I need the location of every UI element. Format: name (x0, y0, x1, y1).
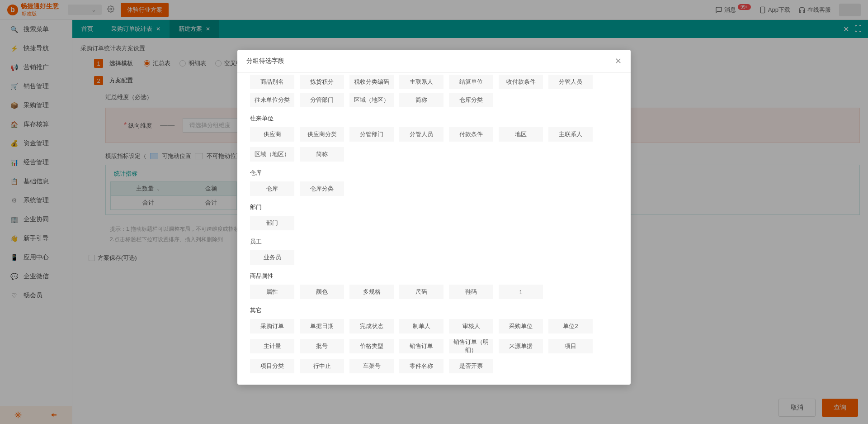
field-row: 属性颜色多规格尺码鞋码1 (250, 285, 618, 299)
field-option[interactable]: 区域（地区） (250, 147, 294, 162)
field-row: 部门 (250, 216, 618, 230)
field-option[interactable]: 仓库 (250, 181, 294, 196)
field-row: 业务员 (250, 250, 618, 265)
field-option[interactable]: 简称 (300, 147, 344, 162)
field-option[interactable]: 属性 (250, 285, 294, 299)
field-option[interactable]: 制单人 (399, 319, 443, 333)
field-option[interactable]: 零件名称 (399, 359, 443, 373)
field-option[interactable]: 供应商 (250, 127, 294, 142)
field-option[interactable]: 颜色 (300, 285, 344, 299)
field-option[interactable]: 主计量 (250, 339, 294, 353)
field-option[interactable]: 销售订单 (399, 339, 443, 353)
group-title: 仓库 (250, 169, 618, 177)
field-option[interactable]: 价格类型 (349, 339, 394, 353)
group-title: 其它 (250, 306, 618, 314)
field-option[interactable]: 单位2 (548, 319, 593, 333)
field-option[interactable]: 往来单位分类 (250, 93, 294, 107)
field-option[interactable]: 销售订单（明细） (449, 339, 493, 353)
field-option[interactable]: 多规格 (349, 285, 394, 299)
field-option[interactable]: 行中止 (300, 359, 344, 373)
field-option[interactable]: 1 (499, 285, 543, 299)
field-option[interactable]: 业务员 (250, 250, 294, 265)
field-option[interactable]: 鞋码 (449, 285, 493, 299)
field-option[interactable]: 供应商分类 (300, 127, 344, 142)
horizontal-scrollbar[interactable] (237, 380, 631, 385)
field-option[interactable]: 收付款条件 (499, 75, 543, 89)
field-option[interactable]: 商品别名 (250, 75, 294, 89)
field-option[interactable]: 分管部门 (300, 93, 344, 107)
modal-body: 商品别名拣货积分税收分类编码主联系人结算单位收付款条件分管人员往来单位分类分管部… (237, 73, 631, 380)
field-row: 仓库仓库分类 (250, 181, 618, 196)
field-option[interactable]: 采购单位 (499, 319, 543, 333)
field-option[interactable]: 主联系人 (399, 75, 443, 89)
field-selection-modal: 分组待选字段 ✕ 商品别名拣货积分税收分类编码主联系人结算单位收付款条件分管人员… (237, 50, 631, 385)
field-option[interactable]: 仓库分类 (300, 181, 344, 196)
group-title: 商品属性 (250, 272, 618, 280)
field-row: 往来单位分类分管部门区域（地区）简称仓库分类 (250, 93, 618, 107)
field-option[interactable]: 分管部门 (349, 127, 394, 142)
close-icon[interactable]: ✕ (615, 56, 622, 66)
field-option[interactable]: 项目分类 (250, 359, 294, 373)
field-option[interactable]: 分管人员 (399, 127, 443, 142)
field-option[interactable]: 付款条件 (449, 127, 493, 142)
field-option[interactable]: 车架号 (349, 359, 394, 373)
group-title: 部门 (250, 203, 618, 211)
field-row: 商品别名拣货积分税收分类编码主联系人结算单位收付款条件分管人员 (250, 75, 618, 89)
field-option[interactable]: 尺码 (399, 285, 443, 299)
field-option[interactable]: 区域（地区） (349, 93, 394, 107)
modal-header: 分组待选字段 ✕ (237, 50, 631, 73)
field-option[interactable]: 单据日期 (300, 319, 344, 333)
field-option[interactable]: 分管人员 (548, 75, 593, 89)
field-option[interactable]: 拣货积分 (300, 75, 344, 89)
group-title: 往来单位 (250, 114, 618, 123)
group-title: 员工 (250, 238, 618, 246)
field-option[interactable]: 仓库分类 (449, 93, 493, 107)
field-option[interactable]: 结算单位 (449, 75, 493, 89)
field-option[interactable]: 税收分类编码 (349, 75, 394, 89)
field-option[interactable]: 批号 (300, 339, 344, 353)
field-option[interactable]: 主联系人 (548, 127, 593, 142)
field-option[interactable]: 采购订单 (250, 319, 294, 333)
field-row: 采购订单单据日期完成状态制单人审核人采购单位单位2主计量批号价格类型销售订单销售… (250, 319, 618, 373)
field-option[interactable]: 项目 (548, 339, 593, 353)
modal-title: 分组待选字段 (246, 57, 284, 65)
field-option[interactable]: 审核人 (449, 319, 493, 333)
field-option[interactable]: 地区 (499, 127, 543, 142)
field-option[interactable]: 简称 (399, 93, 443, 107)
field-option[interactable]: 是否开票 (449, 359, 493, 373)
field-row: 供应商供应商分类分管部门分管人员付款条件地区主联系人区域（地区）简称 (250, 127, 618, 162)
field-option[interactable]: 完成状态 (349, 319, 394, 333)
field-option[interactable]: 来源单据 (499, 339, 543, 353)
field-option[interactable]: 部门 (250, 216, 294, 230)
